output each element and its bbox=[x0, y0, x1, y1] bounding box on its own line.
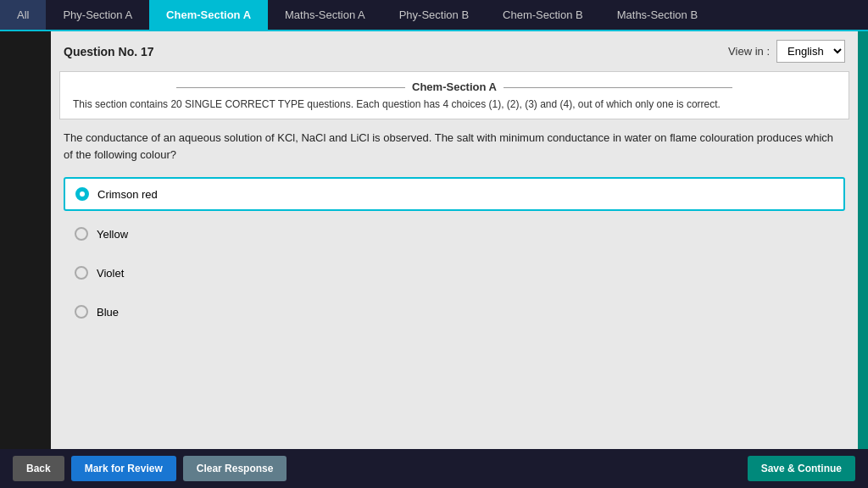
clear-response-button[interactable]: Clear Response bbox=[183, 456, 287, 481]
view-in-label: View in : bbox=[728, 45, 770, 58]
section-box: Chem-Section A This section contains 20 … bbox=[59, 71, 849, 119]
left-panel bbox=[0, 31, 51, 449]
option-3[interactable]: Violet bbox=[64, 257, 845, 289]
section-title: Chem-Section A bbox=[73, 80, 836, 93]
main-area: Question No. 17 View in : English Chem-S… bbox=[0, 31, 868, 449]
tab-chem-a[interactable]: Chem-Section A bbox=[149, 0, 268, 30]
content-panel: Question No. 17 View in : English Chem-S… bbox=[51, 31, 858, 449]
question-number: Question No. 17 bbox=[64, 45, 154, 58]
question-body: The conductance of an aqueous solution o… bbox=[51, 119, 858, 173]
option-2[interactable]: Yellow bbox=[64, 218, 845, 250]
option-4-label: Blue bbox=[97, 306, 119, 319]
tab-chem-b[interactable]: Chem-Section B bbox=[486, 0, 600, 30]
mark-for-review-button[interactable]: Mark for Review bbox=[71, 456, 176, 481]
right-panel bbox=[858, 31, 868, 449]
bottom-left-buttons: Back Mark for Review Clear Response bbox=[13, 456, 287, 481]
radio-4 bbox=[75, 305, 88, 319]
tab-phy-b[interactable]: Phy-Section B bbox=[382, 0, 486, 30]
radio-1 bbox=[75, 187, 89, 201]
tab-maths-a[interactable]: Maths-Section A bbox=[268, 0, 382, 30]
option-4[interactable]: Blue bbox=[64, 296, 845, 328]
option-1[interactable]: Crimson red bbox=[64, 177, 845, 211]
save-continue-button[interactable]: Save & Continue bbox=[748, 456, 855, 481]
tab-all[interactable]: All bbox=[0, 0, 46, 30]
radio-2 bbox=[75, 227, 88, 241]
option-2-label: Yellow bbox=[97, 228, 128, 241]
radio-3 bbox=[75, 266, 88, 280]
tab-phy-a[interactable]: Phy-Section A bbox=[46, 0, 149, 30]
question-header: Question No. 17 View in : English bbox=[51, 31, 858, 71]
options-container: Crimson red Yellow Violet Blue bbox=[51, 173, 858, 332]
bottom-toolbar: Back Mark for Review Clear Response Save… bbox=[0, 449, 868, 488]
option-1-label: Crimson red bbox=[97, 188, 158, 201]
view-in-container: View in : English bbox=[728, 40, 845, 63]
tabs-bar: All Phy-Section A Chem-Section A Maths-S… bbox=[0, 0, 868, 31]
option-3-label: Violet bbox=[97, 267, 124, 280]
section-instructions: This section contains 20 SINGLE CORRECT … bbox=[73, 98, 836, 110]
tab-maths-b[interactable]: Maths-Section B bbox=[600, 0, 715, 30]
back-button[interactable]: Back bbox=[13, 456, 64, 481]
language-select[interactable]: English bbox=[776, 40, 845, 63]
